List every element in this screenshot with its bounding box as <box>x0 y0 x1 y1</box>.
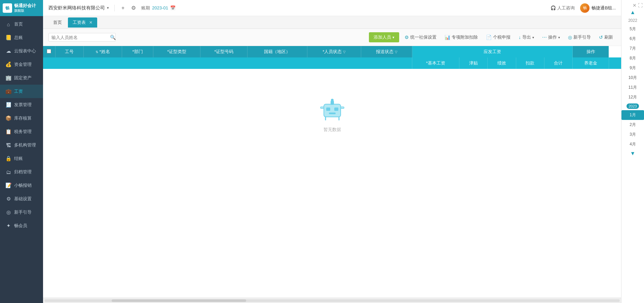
add-person-label: 添加人员 <box>374 34 391 40</box>
month-item-12[interactable]: 12月 <box>621 92 644 102</box>
month-item-6[interactable]: 6月 <box>621 34 644 44</box>
tab-payroll[interactable]: 工资表 ✕ <box>68 17 97 28</box>
sidebar-nav: ⌂ 首页 📒 总账 ☁ 云报表中心 💰 资金管理 🏢 固定资产 💼 工资 🧾 发… <box>0 16 43 303</box>
sidebar-item-member[interactable]: ✦ 畅会员 <box>0 219 43 232</box>
prev-year-label: 2022 <box>628 17 637 24</box>
th-status: *人员状态 ▽ <box>307 46 361 57</box>
th-pension: 养老金 <box>573 57 609 69</box>
sidebar-item-assets[interactable]: 🏢 固定资产 <box>0 71 43 85</box>
sidebar-item-inventory-label: 库存核算 <box>14 115 32 121</box>
table-wrap: 工号 ⇅ *姓名 *部门 *证型类型 *证型号码 <box>43 46 621 298</box>
personal-tax-icon: 📄 <box>486 35 492 40</box>
export-button[interactable]: ↓ 导出 ▾ <box>516 33 537 42</box>
sidebar-item-close-period-label: 结账 <box>14 156 23 162</box>
personal-tax-button[interactable]: 📄 个税申报 <box>483 33 513 42</box>
sidebar-item-invoice[interactable]: 🧾 发票管理 <box>0 98 43 112</box>
sidebar-item-funds-label: 资金管理 <box>14 61 32 68</box>
th-checkbox[interactable] <box>43 46 55 57</box>
sidebar-item-archive-label: 归档管理 <box>14 169 32 175</box>
sidebar-item-report-label: 云报表中心 <box>14 48 36 54</box>
topbar-divider-1 <box>114 5 115 11</box>
sidebar-item-multi-org[interactable]: 🏗 多机构管理 <box>0 138 43 152</box>
add-company-button[interactable]: + <box>120 4 126 12</box>
month-item-1[interactable]: 1月 <box>621 110 644 120</box>
logo-icon: 畅 <box>3 3 12 13</box>
close-period-icon: 🔒 <box>5 156 11 162</box>
svg-point-5 <box>331 99 334 101</box>
svg-rect-1 <box>326 107 330 111</box>
search-input[interactable] <box>51 35 108 40</box>
month-item-4[interactable]: 4月 <box>621 139 644 149</box>
sidebar-item-tax[interactable]: 📋 税务管理 <box>0 125 43 138</box>
month-item-9[interactable]: 9月 <box>621 63 644 73</box>
refresh-icon: ↺ <box>599 35 603 40</box>
payroll-table: 工号 ⇅ *姓名 *部门 *证型类型 *证型号码 <box>43 46 621 160</box>
sidebar-item-home-label: 首页 <box>14 21 23 27</box>
sidebar-item-new-guide[interactable]: ◎ 新手引导 <box>0 206 43 219</box>
scroll-thumb[interactable] <box>112 299 246 302</box>
tax-icon: 📋 <box>5 129 11 135</box>
month-item-5[interactable]: 5月 <box>621 24 644 34</box>
add-person-button[interactable]: 添加人员 ▾ <box>369 32 399 42</box>
social-security-label: 统一社保设置 <box>410 34 437 40</box>
sort-name-icon[interactable]: ⇅ <box>96 50 98 54</box>
settings-button[interactable]: ⚙ <box>130 3 137 12</box>
new-guide-label: 新手引导 <box>573 34 591 40</box>
company-dropdown-icon: ▾ <box>107 6 109 10</box>
service-button[interactable]: 🎧 人工咨询 <box>551 5 575 11</box>
filter-report-icon[interactable]: ▽ <box>395 50 397 54</box>
sidebar-item-expense[interactable]: 📝 小畅报销 <box>0 179 43 192</box>
operations-button[interactable]: ⋯ 操作 ▾ <box>539 33 563 42</box>
company-name: 西安虾米网络科技有限公司 <box>48 5 105 11</box>
month-item-8[interactable]: 8月 <box>621 53 644 63</box>
toolbar-right: 添加人员 ▾ ⚙ 统一社保设置 📊 专项附加扣除 📄 个税申报 ↓ 导出 <box>369 32 616 42</box>
sidebar-item-home[interactable]: ⌂ 首页 <box>0 17 43 31</box>
month-item-7[interactable]: 7月 <box>621 44 644 53</box>
sidebar-item-funds[interactable]: 💰 资金管理 <box>0 58 43 71</box>
account-period: 账期 2023-01 📅 <box>141 5 176 11</box>
expense-icon: 📝 <box>5 182 11 188</box>
sidebar-item-payroll[interactable]: 💼 工资 <box>0 85 43 98</box>
special-deduction-button[interactable]: 📊 专项附加扣除 <box>442 33 481 42</box>
empty-state-cell: 暂无数据 <box>43 69 621 160</box>
sidebar-item-report[interactable]: ☁ 云报表中心 <box>0 44 43 58</box>
panel-expand-btn[interactable]: ⛶ <box>638 3 643 8</box>
export-label: 导出 <box>522 34 531 40</box>
topbar: 西安虾米网络科技有限公司 ▾ + ⚙ 账期 2023-01 📅 🎧 人工咨询 畅… <box>43 0 621 16</box>
tab-home[interactable]: 首页 <box>48 17 67 28</box>
sidebar-item-ledger[interactable]: 📒 总账 <box>0 31 43 44</box>
calendar-icon[interactable]: 📅 <box>170 5 176 10</box>
user-info: 畅 畅捷通B组... <box>580 3 616 13</box>
sidebar-item-close-period[interactable]: 🔒 结账 <box>0 152 43 165</box>
new-guide-sidebar-icon: ◎ <box>5 209 11 215</box>
th-salary-group: 应发工资 <box>412 46 573 57</box>
th-spacer <box>43 57 412 69</box>
svg-rect-2 <box>334 107 338 111</box>
special-deduction-icon: 📊 <box>445 35 450 40</box>
th-department: *部门 <box>122 46 153 57</box>
company-selector[interactable]: 西安虾米网络科技有限公司 ▾ <box>48 5 109 11</box>
tab-payroll-close[interactable]: ✕ <box>89 20 92 25</box>
month-nav-down[interactable]: ▼ <box>629 149 637 158</box>
sidebar-item-archive[interactable]: 🗂 归档管理 <box>0 165 43 179</box>
new-guide-button[interactable]: ◎ 新手引导 <box>565 33 594 42</box>
archive-icon: 🗂 <box>5 169 11 175</box>
social-security-button[interactable]: ⚙ 统一社保设置 <box>402 33 439 42</box>
app-name: 畅通好会计 <box>14 3 36 8</box>
sidebar-item-settings-label: 基础设置 <box>14 196 32 202</box>
svg-rect-7 <box>341 107 344 109</box>
select-all-checkbox[interactable] <box>47 49 51 53</box>
month-item-10[interactable]: 10月 <box>621 73 644 83</box>
th-country: 国籍（地区） <box>248 46 307 57</box>
month-item-11[interactable]: 11月 <box>621 83 644 92</box>
sidebar-item-settings[interactable]: ⚙ 基础设置 <box>0 192 43 206</box>
sidebar-item-inventory[interactable]: 📦 库存核算 <box>0 112 43 125</box>
panel-close-btn[interactable]: ✕ <box>633 3 637 8</box>
month-nav-up[interactable]: ▲ <box>629 8 637 17</box>
refresh-button[interactable]: ↺ 刷新 <box>596 33 616 42</box>
scroll-track[interactable] <box>44 299 620 302</box>
sidebar-item-payroll-label: 工资 <box>14 88 23 94</box>
month-item-3[interactable]: 3月 <box>621 130 644 139</box>
month-item-2[interactable]: 2月 <box>621 120 644 130</box>
filter-status-icon[interactable]: ▽ <box>343 50 346 54</box>
